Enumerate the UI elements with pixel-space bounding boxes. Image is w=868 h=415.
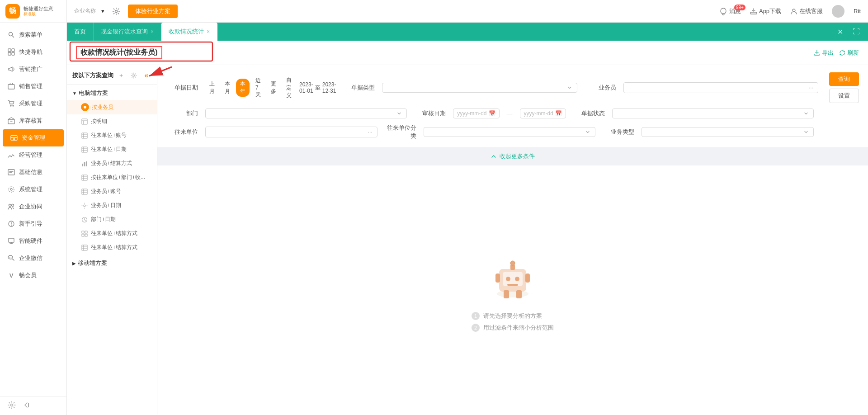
sidebar-label: 智能硬件 [19, 237, 42, 245]
date-range-end: 2023-12-31 [322, 81, 336, 94]
collapse-sidebar-icon[interactable] [22, 401, 31, 410]
biz-type-select[interactable] [642, 127, 814, 137]
tab-close-bank-flow[interactable]: × [151, 28, 154, 35]
message-btn[interactable]: 消息 99+ [719, 7, 741, 15]
scheme-item-salesperson-settlement[interactable]: 业务员+结算方式 [67, 156, 157, 170]
review-date-sep: — [507, 110, 513, 117]
sidebar-item-system[interactable]: 系统管理 [0, 181, 66, 198]
sidebar-item-search-menu[interactable]: 搜索菜单 [0, 26, 66, 43]
sidebar-label: 采购管理 [19, 99, 42, 108]
date-tabs: 上月 本月 本年 近7天 更多 自定义 [205, 75, 296, 101]
partner-select[interactable]: ··· [205, 127, 377, 137]
dropdown-chevron-icon: ▾ [101, 8, 104, 14]
sidebar-item-guide[interactable]: 新手引导 [0, 215, 66, 232]
partner-category-select[interactable] [424, 127, 596, 137]
sidebar-item-marketing[interactable]: 营销推广 [0, 61, 66, 78]
tab-close-all-btn[interactable]: ✕ [834, 25, 846, 38]
empty-tip-2: 2 用过滤条件来缩小分析范围 [472, 324, 554, 332]
tab-close-collection-stats[interactable]: × [207, 28, 210, 35]
sidebar: 畅 畅捷通好生意 标准版 搜索菜单 快捷导航 营销推广 [0, 0, 67, 415]
scheme-item-by-salesperson[interactable]: 按业务员 [67, 100, 157, 114]
header-dropdown[interactable]: ▾ [101, 8, 104, 14]
date-tab-last7[interactable]: 近7天 [251, 75, 265, 100]
scheme-item-partner-settlement1[interactable]: 往来单位+结算方式 [67, 226, 157, 241]
sidebar-label: 库存核算 [19, 117, 42, 125]
sidebar-label: 基础信息 [19, 168, 42, 176]
sidebar-label: 经营管理 [19, 151, 42, 159]
tab-bank-flow[interactable]: 现金银行流水查询 × [94, 23, 161, 41]
date-tab-this-month[interactable]: 本月 [221, 79, 234, 97]
collapse-bar[interactable]: 收起更多条件 [157, 148, 868, 165]
settings-bottom-icon[interactable] [7, 401, 16, 410]
scheme-item-dept-date[interactable]: 部门+日期 [67, 212, 157, 226]
sidebar-item-smart-hw[interactable]: 智能硬件 [0, 232, 66, 250]
header-settings-icon[interactable] [110, 5, 123, 18]
doc-type-select[interactable] [382, 83, 577, 93]
date-tab-this-year[interactable]: 本年 [236, 79, 250, 97]
sidebar-item-finance[interactable]: 资金管理 [3, 129, 64, 146]
svg-point-47 [506, 277, 510, 281]
mobile-group-header[interactable]: ▶ 移动端方案 [67, 256, 157, 270]
sidebar-item-wechat[interactable]: 企业微信 [0, 250, 66, 267]
partner-more-icon: ··· [368, 129, 373, 135]
page-header: 收款情况统计(按业务员) 导出 刷新 [67, 41, 868, 65]
date-tab-last-month[interactable]: 上月 [205, 79, 219, 97]
sidebar-item-basic-info[interactable]: 基础信息 [0, 164, 66, 181]
doc-status-select[interactable] [612, 108, 814, 118]
filter-area: 单据日期 上月 本月 本年 近7天 更多 自定义 2023-01-01 至 [157, 65, 868, 148]
trial-button[interactable]: 体验行业方案 [128, 5, 178, 18]
sidebar-item-inventory[interactable]: 库存核算 [0, 112, 66, 129]
sidebar-item-purchase[interactable]: 采购管理 [0, 95, 66, 112]
query-button[interactable]: 查询 [829, 72, 859, 86]
sidebar-label: 新手引导 [19, 220, 42, 228]
tab-collection-stats[interactable]: 收款情况统计 × [161, 23, 217, 41]
member-icon: V [7, 271, 15, 279]
scheme-item-by-detail[interactable]: 按明细 [67, 114, 157, 128]
scheme-item-label: 业务员+日期 [91, 202, 121, 209]
sidebar-label: 畅会员 [19, 271, 37, 279]
refresh-button[interactable]: 刷新 [839, 49, 859, 57]
scheme-settings-icon[interactable] [129, 71, 139, 80]
sidebar-nav: 搜索菜单 快捷导航 营销推广 销售管理 采购管理 [0, 23, 66, 396]
app-download-btn[interactable]: App下载 [750, 7, 781, 15]
table-icon [81, 132, 88, 139]
date-range-start: 2023-01-01 [299, 81, 313, 94]
review-date-end[interactable]: yyyy-mm-dd 📅 [520, 108, 566, 118]
collapse-panel-icon[interactable]: « [142, 71, 151, 80]
review-date-start[interactable]: yyyy-mm-dd 📅 [453, 108, 499, 118]
salesperson-select[interactable]: ··· [623, 82, 818, 93]
sidebar-item-quick-nav[interactable]: 快捷导航 [0, 43, 66, 61]
left-panel: 按以下方案查询 + « ▼ 电脑端方案 [67, 65, 157, 415]
scheme-item-salesperson-account[interactable]: 业务员+账号 [67, 184, 157, 198]
tab-home[interactable]: 首页 [67, 23, 94, 41]
scheme-item-label: 按往来单位+部门+收... [91, 174, 145, 181]
desktop-group-header[interactable]: ▼ 电脑端方案 [67, 86, 157, 100]
tab-expand-btn[interactable]: ⛶ [850, 25, 863, 38]
settings-button[interactable]: 设置 [829, 89, 859, 103]
add-scheme-icon[interactable]: + [116, 71, 126, 80]
date-tab-custom[interactable]: 自定义 [282, 75, 296, 101]
sidebar-item-member[interactable]: V 畅会员 [0, 267, 66, 284]
sidebar-item-sales[interactable]: 销售管理 [0, 78, 66, 95]
dept-select[interactable] [205, 108, 407, 118]
svg-rect-53 [525, 274, 530, 283]
sidebar-item-corp-coop[interactable]: 企业协同 [0, 198, 66, 215]
scheme-item-partner-settlement2[interactable]: 往来单位+结算方式 [67, 241, 157, 255]
svg-rect-3 [12, 49, 14, 52]
desktop-scheme-group: ▼ 电脑端方案 按业务员 按明细 [67, 86, 157, 255]
sidebar-item-operations[interactable]: 经营管理 [0, 146, 66, 164]
scheme-item-label: 往来单位+账号 [91, 132, 127, 139]
scheme-item-partner-dept-collection[interactable]: 按往来单位+部门+收... [67, 170, 157, 184]
tip-num-2: 2 [472, 324, 480, 332]
export-button[interactable]: 导出 [814, 49, 834, 57]
date-tab-more[interactable]: 更多 [267, 79, 280, 97]
scheme-item-partner-date[interactable]: 往来单位+日期 [67, 142, 157, 156]
detail-icon [81, 118, 88, 125]
cart-icon [7, 99, 15, 108]
user-name: Rit [854, 8, 861, 14]
user-avatar[interactable] [832, 5, 844, 18]
salesperson-label: 业务员 [585, 84, 616, 92]
online-service-btn[interactable]: 在线客服 [790, 7, 823, 15]
scheme-item-salesperson-date[interactable]: 业务员+日期 [67, 198, 157, 212]
scheme-item-partner-account[interactable]: 往来单位+账号 [67, 128, 157, 142]
